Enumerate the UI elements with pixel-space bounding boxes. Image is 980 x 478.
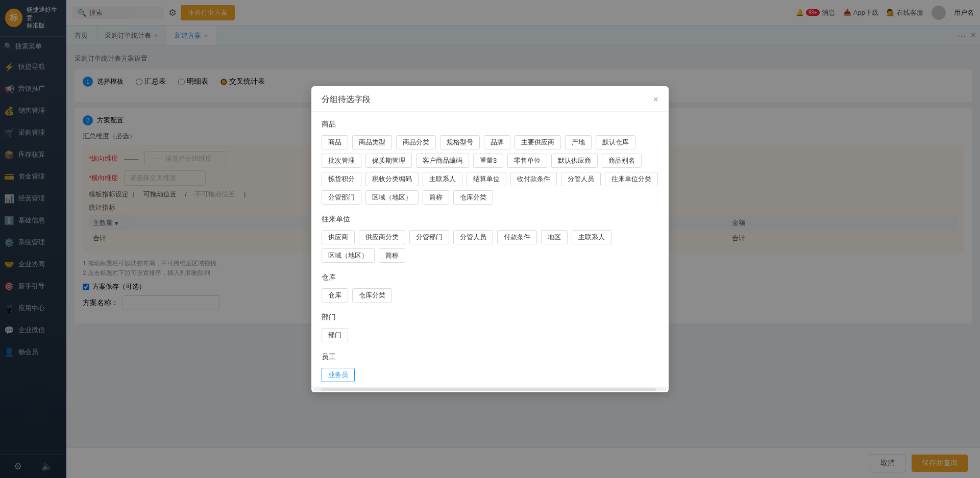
tag-goods-10[interactable]: 保质期管理 (365, 154, 412, 168)
tag-goods-23[interactable]: 分管部门 (322, 190, 361, 205)
modal-title: 分组待选字段 (322, 94, 371, 105)
tag-cp-7[interactable]: 主联系人 (572, 230, 611, 244)
section-goods-title: 商品 (322, 120, 658, 129)
tag-wh-2[interactable]: 仓库分类 (352, 288, 392, 303)
tag-goods-8[interactable]: 默认仓库 (596, 135, 635, 149)
tag-goods-14[interactable]: 默认供应商 (551, 154, 598, 168)
modal-header: 分组待选字段 × (311, 86, 669, 112)
tag-goods-5[interactable]: 品牌 (484, 135, 510, 149)
tag-wh-1[interactable]: 仓库 (322, 288, 348, 303)
section-counterpart-title: 往来单位 (322, 215, 658, 224)
tag-cp-5[interactable]: 付款条件 (497, 230, 537, 244)
tag-cp-3[interactable]: 分管部门 (409, 230, 449, 244)
tag-goods-6[interactable]: 主要供应商 (514, 135, 561, 149)
tag-cp-4[interactable]: 分管人员 (453, 230, 493, 244)
tag-goods-18[interactable]: 主联系人 (423, 172, 462, 186)
modal-section-counterpart: 往来单位 供应商 供应商分类 分管部门 分管人员 付款条件 地区 主联系人 区域… (322, 215, 658, 263)
tag-goods-12[interactable]: 重量3 (473, 154, 503, 168)
tag-goods-24[interactable]: 区域（地区） (365, 190, 419, 205)
tag-goods-1[interactable]: 商品 (322, 135, 348, 149)
tag-goods-11[interactable]: 客户商品编码 (416, 154, 469, 168)
tag-goods-21[interactable]: 分管人员 (561, 172, 601, 186)
counterpart-tags: 供应商 供应商分类 分管部门 分管人员 付款条件 地区 主联系人 区域（地区） … (322, 230, 658, 263)
tag-goods-4[interactable]: 规格型号 (440, 135, 480, 149)
tag-goods-9[interactable]: 批次管理 (322, 154, 361, 168)
tag-goods-16[interactable]: 拣货积分 (322, 172, 361, 186)
tag-goods-25[interactable]: 简称 (423, 190, 449, 205)
tag-cp-6[interactable]: 地区 (541, 230, 568, 244)
tag-goods-26[interactable]: 仓库分类 (453, 190, 493, 205)
tag-goods-13[interactable]: 零售单位 (507, 154, 547, 168)
goods-tags: 商品 商品类型 商品分类 规格型号 品牌 主要供应商 产地 默认仓库 批次管理 … (322, 135, 658, 205)
modal-overlay: 分组待选字段 × 商品 商品 商品类型 商品分类 规格型号 品牌 主要供应商 产… (0, 0, 980, 478)
tag-cp-2[interactable]: 供应商分类 (359, 230, 405, 244)
tag-goods-22[interactable]: 往来单位分类 (605, 172, 658, 186)
modal-body: 商品 商品 商品类型 商品分类 规格型号 品牌 主要供应商 产地 默认仓库 批次… (311, 112, 669, 387)
tag-goods-2[interactable]: 商品类型 (352, 135, 392, 149)
tag-goods-3[interactable]: 商品分类 (396, 135, 436, 149)
tag-goods-20[interactable]: 收付款条件 (510, 172, 557, 186)
modal-section-goods: 商品 商品 商品类型 商品分类 规格型号 品牌 主要供应商 产地 默认仓库 批次… (322, 120, 658, 205)
tag-cp-1[interactable]: 供应商 (322, 230, 355, 244)
tag-goods-17[interactable]: 税收分类编码 (365, 172, 419, 186)
tag-cp-9[interactable]: 简称 (379, 248, 405, 263)
employee-tags: 业务员 (322, 368, 658, 382)
warehouse-tags: 仓库 仓库分类 (322, 288, 658, 303)
modal-section-department: 部门 部门 (322, 313, 658, 342)
tag-cp-8[interactable]: 区域（地区） (322, 248, 375, 263)
section-warehouse-title: 仓库 (322, 273, 658, 282)
tag-goods-15[interactable]: 商品别名 (602, 154, 642, 168)
modal-horizontal-scrollbar[interactable] (311, 387, 669, 392)
section-employee-title: 员工 (322, 353, 658, 362)
modal-section-employee: 员工 业务员 (322, 353, 658, 382)
modal: 分组待选字段 × 商品 商品 商品类型 商品分类 规格型号 品牌 主要供应商 产… (311, 86, 669, 392)
modal-section-warehouse: 仓库 仓库 仓库分类 (322, 273, 658, 303)
tag-goods-19[interactable]: 结算单位 (467, 172, 506, 186)
section-department-title: 部门 (322, 313, 658, 322)
department-tags: 部门 (322, 328, 658, 342)
tag-goods-7[interactable]: 产地 (565, 135, 592, 149)
tag-dept-1[interactable]: 部门 (322, 328, 348, 342)
modal-close-btn[interactable]: × (653, 94, 658, 105)
tag-emp-1[interactable]: 业务员 (322, 368, 355, 382)
